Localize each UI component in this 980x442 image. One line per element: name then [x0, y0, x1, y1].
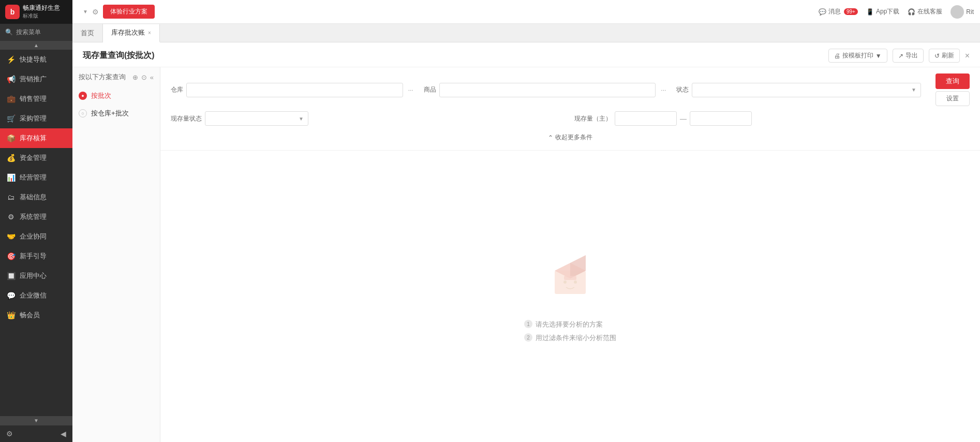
- footer-collapse-icon[interactable]: ◀: [61, 430, 66, 438]
- app-download-item[interactable]: 📱 App下载: [866, 7, 899, 16]
- tab-batch-account[interactable]: 库存批次账 ×: [103, 24, 160, 42]
- experience-btn[interactable]: 体验行业方案: [103, 5, 155, 19]
- avatar: [951, 5, 964, 19]
- inventory-qty-group: 现存量（主） —: [574, 111, 970, 126]
- page-header: 现存量查询(按批次) 🖨 按模板打印 ▼ ↗ 导出 ↺ 刷新 ×: [72, 42, 980, 67]
- app-center-icon: 🔲: [6, 272, 16, 280]
- tabbar: 首页 库存批次账 ×: [72, 24, 980, 42]
- sidebar-item-wechat[interactable]: 💬 企业微信: [0, 286, 72, 305]
- topbar-right: 💬 消息 99+ 📱 App下载 🎧 在线客服 Rit: [819, 5, 974, 19]
- refresh-btn[interactable]: ↺ 刷新: [929, 49, 960, 63]
- scroll-up-btn[interactable]: ▲: [0, 41, 72, 50]
- tab-close-icon[interactable]: ×: [148, 30, 151, 36]
- guide-icon: 🎯: [6, 252, 16, 260]
- main-layout: 按以下方案查询 ⊕ ⊙ « ● 按批次 ○ 按仓库+批次: [72, 67, 980, 442]
- collapse-panel-icon[interactable]: «: [150, 73, 154, 81]
- sidebar-item-guide[interactable]: 🎯 新手引导: [0, 246, 72, 266]
- sidebar-item-inventory[interactable]: 📦 库存核算: [0, 128, 72, 148]
- product-input[interactable]: [439, 83, 656, 97]
- inventory-status-group: 现存量状态 ▼: [171, 111, 566, 126]
- sidebar-item-app-center[interactable]: 🔲 应用中心: [0, 266, 72, 286]
- topbar-gear-icon[interactable]: ⚙: [92, 8, 99, 16]
- sidebar-item-system[interactable]: ⚙ 系统管理: [0, 207, 72, 227]
- warehouse-more-btn[interactable]: ···: [406, 86, 415, 94]
- scheme-by-warehouse-batch[interactable]: ○ 按仓库+批次: [72, 105, 160, 122]
- status-label: 状态: [676, 85, 689, 94]
- topbar: ▼ ⚙ 体验行业方案 💬 消息 99+ 📱 App下载 🎧 在线客服 Rit: [72, 0, 980, 24]
- warehouse-input[interactable]: [186, 83, 403, 97]
- breadcrumb-dropdown-icon[interactable]: ▼: [83, 9, 88, 14]
- message-badge: 99+: [844, 8, 858, 15]
- status-select[interactable]: ▼: [692, 83, 921, 97]
- sidebar-item-quick-nav[interactable]: ⚡ 快捷导航: [0, 50, 72, 69]
- filter-row-2: 现存量状态 ▼ 现存量（主） —: [171, 111, 970, 126]
- refresh-icon: ↺: [934, 52, 940, 60]
- sidebar-item-enterprise[interactable]: 🤝 企业协同: [0, 227, 72, 246]
- sidebar-search[interactable]: 🔍 搜索菜单: [0, 24, 72, 41]
- export-btn[interactable]: ↗ 导出: [893, 49, 924, 63]
- topbar-left: ▼ ⚙ 体验行业方案: [79, 5, 814, 19]
- page-title: 现存量查询(按批次): [83, 50, 155, 61]
- content-area: 现存量查询(按批次) 🖨 按模板打印 ▼ ↗ 导出 ↺ 刷新 ×: [72, 42, 980, 442]
- inventory-status-select[interactable]: ▼: [205, 111, 308, 126]
- sidebar-item-operations[interactable]: 📊 经营管理: [0, 168, 72, 187]
- purchase-icon: 🛒: [6, 114, 16, 123]
- inventory-icon: 📦: [6, 134, 16, 142]
- wechat-icon: 💬: [6, 291, 16, 300]
- print-btn[interactable]: 🖨 按模板打印 ▼: [828, 49, 887, 63]
- left-panel: 按以下方案查询 ⊕ ⊙ « ● 按批次 ○ 按仓库+批次: [72, 67, 160, 442]
- inventory-status-label: 现存量状态: [171, 114, 202, 123]
- left-panel-icons: ⊕ ⊙ «: [132, 73, 154, 81]
- tab-home[interactable]: 首页: [72, 24, 103, 42]
- customer-service-item[interactable]: 🎧 在线客服: [908, 7, 942, 16]
- message-item[interactable]: 💬 消息 99+: [819, 7, 858, 16]
- enterprise-icon: 🤝: [6, 232, 16, 241]
- product-more-btn[interactable]: ···: [659, 86, 668, 94]
- sidebar-logo: b: [5, 5, 20, 19]
- system-icon: ⚙: [6, 213, 16, 221]
- scheme-by-batch[interactable]: ● 按批次: [72, 87, 160, 105]
- sidebar-item-finance[interactable]: 💰 资金管理: [0, 148, 72, 168]
- warehouse-label: 仓库: [171, 85, 183, 94]
- print-dropdown-icon: ▼: [875, 52, 882, 60]
- marketing-icon: 📢: [6, 75, 16, 83]
- footer-settings-icon[interactable]: ⚙: [6, 430, 13, 438]
- qty-max-input[interactable]: [690, 111, 752, 126]
- collapse-icon: ⌃: [548, 134, 553, 141]
- finance-icon: 💰: [6, 154, 16, 162]
- filter-collapse-btn[interactable]: ⌃ 收起更多条件: [171, 131, 970, 144]
- basic-icon: 🗂: [6, 193, 16, 201]
- right-panel: 仓库 ··· 商品 ··· 状态: [160, 67, 980, 442]
- sidebar-footer: ⚙ ◀: [0, 425, 72, 442]
- sidebar-item-purchase[interactable]: 🛒 采购管理: [0, 109, 72, 128]
- scroll-down-btn[interactable]: ▼: [0, 416, 72, 425]
- sidebar-item-basic[interactable]: 🗂 基础信息: [0, 187, 72, 207]
- qty-min-input[interactable]: [615, 111, 677, 126]
- sidebar-item-marketing[interactable]: 📢 营销推广: [0, 69, 72, 89]
- user-item[interactable]: Rit: [951, 5, 974, 19]
- svg-rect-3: [564, 276, 576, 280]
- settings-scheme-icon[interactable]: ⊙: [141, 73, 147, 81]
- svg-point-4: [563, 281, 567, 284]
- filter-actions: 查询 设置: [936, 73, 970, 106]
- left-panel-title: 按以下方案查询: [79, 72, 126, 82]
- page-actions: 🖨 按模板打印 ▼ ↗ 导出 ↺ 刷新 ×: [828, 49, 970, 63]
- edition-label: 标准版: [23, 12, 60, 20]
- empty-box-svg: [544, 250, 596, 302]
- settings-btn[interactable]: 设置: [936, 91, 970, 106]
- sidebar-item-sales[interactable]: 💼 销售管理: [0, 89, 72, 109]
- sidebar-header: b 畅康通好生意 标准版: [0, 0, 72, 24]
- empty-state: 1 请先选择要分析的方案 2 用过滤条件来缩小分析范围: [160, 151, 980, 442]
- query-btn[interactable]: 查询: [936, 73, 970, 89]
- page-close-btn[interactable]: ×: [965, 51, 970, 61]
- status-filter-group: 状态 ▼: [676, 83, 921, 97]
- add-scheme-icon[interactable]: ⊕: [132, 73, 138, 81]
- print-icon: 🖨: [834, 52, 840, 60]
- sales-icon: 💼: [6, 95, 16, 103]
- empty-hints: 1 请先选择要分析的方案 2 用过滤条件来缩小分析范围: [524, 320, 616, 343]
- message-icon: 💬: [819, 8, 826, 16]
- search-icon: 🔍: [5, 28, 13, 36]
- sidebar-item-member[interactable]: 👑 畅会员: [0, 305, 72, 325]
- empty-hint-2: 2 用过滤条件来缩小分析范围: [524, 333, 616, 343]
- export-icon: ↗: [898, 52, 903, 60]
